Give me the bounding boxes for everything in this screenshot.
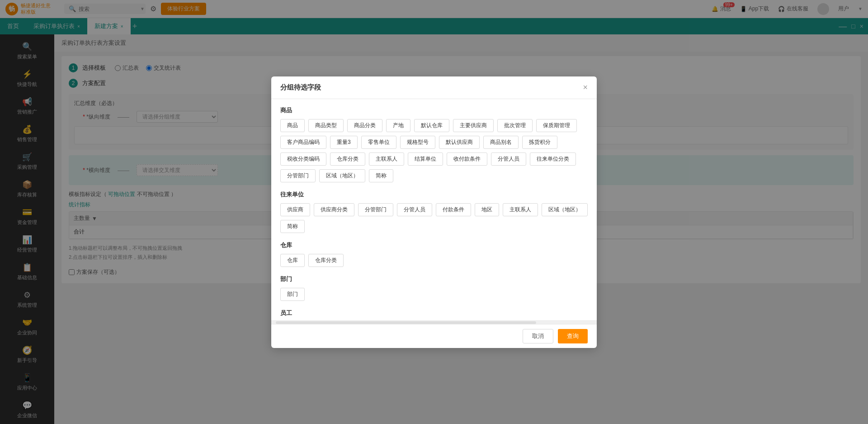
employee-section: 员工 业务员: [280, 309, 588, 320]
field-tag-partner-supervisor[interactable]: 分管人员: [397, 203, 432, 216]
modal-close-button[interactable]: ×: [583, 83, 588, 92]
field-tag-spec-model[interactable]: 规格型号: [400, 136, 435, 149]
partner-section: 往来单位 供应商 供应商分类 分管部门 分管人员 付款条件 地区 主联系人 区域…: [280, 191, 588, 233]
department-field-tags: 部门: [280, 288, 588, 301]
field-tag-department[interactable]: 部门: [280, 288, 305, 301]
field-tag-payment-terms[interactable]: 收付款条件: [447, 152, 487, 166]
field-tag-origin[interactable]: 产地: [386, 119, 410, 132]
field-tag-supplier[interactable]: 供应商: [280, 203, 310, 216]
warehouse-section-title: 仓库: [280, 241, 588, 249]
field-tag-main-contact[interactable]: 主联系人: [369, 152, 404, 166]
warehouse-field-tags: 仓库 仓库分类: [280, 254, 588, 267]
employee-section-title: 员工: [280, 309, 588, 317]
product-section: 商品 商品 商品类型 商品分类 产地 默认仓库 主要供应商 批次管理 保质期管理…: [280, 106, 588, 182]
field-tag-customer-code[interactable]: 客户商品编码: [280, 136, 326, 149]
modal-title: 分组待选字段: [280, 83, 321, 92]
field-tag-product[interactable]: 商品: [280, 119, 305, 132]
field-tag-dept[interactable]: 分管部门: [280, 169, 316, 182]
field-tag-partner-category[interactable]: 往来单位分类: [530, 152, 576, 166]
field-tag-product-type[interactable]: 商品类型: [308, 119, 344, 132]
modal-footer: 取消 查询: [271, 324, 597, 348]
warehouse-section: 仓库 仓库 仓库分类: [280, 241, 588, 267]
field-tag-partner-region[interactable]: 区域（地区）: [542, 203, 588, 216]
field-tag-pick-score[interactable]: 拣货积分: [522, 136, 557, 149]
field-tag-region[interactable]: 区域（地区）: [319, 169, 365, 182]
partner-section-title: 往来单位: [280, 191, 588, 199]
field-tag-warehouse-category[interactable]: 仓库分类: [330, 152, 365, 166]
field-tag-area[interactable]: 地区: [475, 203, 499, 216]
field-tag-weight3[interactable]: 重量3: [330, 136, 358, 149]
modal-body[interactable]: 商品 商品 商品类型 商品分类 产地 默认仓库 主要供应商 批次管理 保质期管理…: [271, 99, 597, 320]
field-tag-shelf-life[interactable]: 保质期管理: [536, 119, 577, 132]
modal-horizontal-scrollbar[interactable]: [271, 320, 597, 324]
field-tag-partner-dept[interactable]: 分管部门: [358, 203, 393, 216]
department-section-title: 部门: [280, 275, 588, 283]
field-tag-batch-mgmt[interactable]: 批次管理: [497, 119, 533, 132]
scrollbar-thumb: [276, 321, 536, 324]
field-tag-warehouse[interactable]: 仓库: [280, 254, 305, 267]
field-tag-product-category[interactable]: 商品分类: [347, 119, 382, 132]
field-tag-partner-contact[interactable]: 主联系人: [503, 203, 538, 216]
field-tag-supervisor[interactable]: 分管人员: [491, 152, 526, 166]
field-tag-retail-unit[interactable]: 零售单位: [361, 136, 396, 149]
product-field-tags: 商品 商品类型 商品分类 产地 默认仓库 主要供应商 批次管理 保质期管理 客户…: [280, 119, 588, 182]
partner-field-tags: 供应商 供应商分类 分管部门 分管人员 付款条件 地区 主联系人 区域（地区） …: [280, 203, 588, 233]
field-tag-tax-code[interactable]: 税收分类编码: [280, 152, 326, 166]
field-select-modal: 分组待选字段 × 商品 商品 商品类型 商品分类 产地 默认仓库 主要供应商 批…: [271, 76, 597, 348]
field-tag-default-supplier[interactable]: 默认供应商: [439, 136, 480, 149]
department-section: 部门 部门: [280, 275, 588, 301]
field-tag-product-alias[interactable]: 商品别名: [483, 136, 519, 149]
field-tag-main-supplier[interactable]: 主要供应商: [453, 119, 494, 132]
field-tag-abbrev[interactable]: 简称: [369, 169, 393, 182]
field-tag-settlement-unit[interactable]: 结算单位: [408, 152, 443, 166]
field-tag-warehouse-cat[interactable]: 仓库分类: [308, 254, 344, 267]
field-tag-payment-cond[interactable]: 付款条件: [436, 203, 471, 216]
product-section-title: 商品: [280, 106, 588, 114]
cancel-button[interactable]: 取消: [523, 329, 553, 343]
field-tag-partner-abbrev[interactable]: 简称: [280, 220, 305, 233]
field-tag-default-warehouse[interactable]: 默认仓库: [414, 119, 449, 132]
field-tag-supplier-category[interactable]: 供应商分类: [314, 203, 354, 216]
modal-header: 分组待选字段 ×: [271, 76, 597, 99]
confirm-button[interactable]: 查询: [558, 329, 588, 343]
modal-overlay: 分组待选字段 × 商品 商品 商品类型 商品分类 产地 默认仓库 主要供应商 批…: [0, 0, 868, 424]
